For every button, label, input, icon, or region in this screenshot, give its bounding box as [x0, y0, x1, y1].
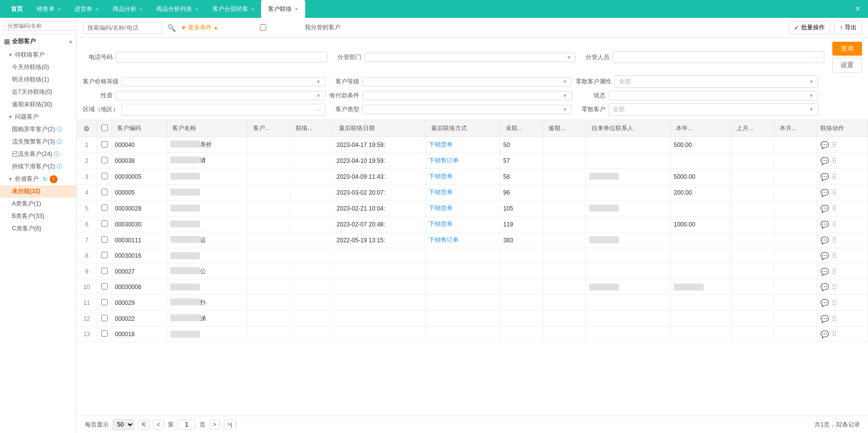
filter-dept-select[interactable]: ▼	[364, 53, 576, 62]
row-checkbox[interactable]	[101, 157, 108, 163]
filter-price-tier-select[interactable]: ▼	[122, 77, 326, 86]
cell-check[interactable]	[97, 327, 112, 342]
row-checkbox[interactable]	[101, 315, 108, 321]
reset-btn[interactable]: 设置	[832, 58, 862, 72]
chat-icon[interactable]: 💬	[820, 299, 829, 307]
last-page-btn[interactable]: >|	[224, 420, 236, 430]
cell-check[interactable]	[97, 153, 112, 169]
row-checkbox[interactable]	[101, 205, 108, 211]
search-input[interactable]	[83, 22, 162, 34]
cell-last-way[interactable]: 下销货单	[425, 137, 500, 153]
last-way-link[interactable]: 下销货单	[429, 173, 453, 180]
tab-analysis-list[interactable]: 商品分析列表 ×	[149, 0, 205, 18]
row-checkbox[interactable]	[101, 141, 108, 147]
row-checkbox[interactable]	[101, 236, 108, 243]
cell-check[interactable]	[97, 295, 112, 311]
sidebar-search-input[interactable]	[4, 21, 77, 31]
tab-home[interactable]: 首页	[4, 0, 30, 18]
grid-action-icon[interactable]: ⠿	[832, 268, 837, 276]
close-tab-customer-contact[interactable]: ×	[295, 6, 298, 12]
grid-action-icon[interactable]: ⠿	[832, 205, 837, 213]
grid-action-icon[interactable]: ⠿	[832, 315, 837, 323]
filter-payment-select[interactable]: ▼	[362, 91, 572, 100]
row-checkbox[interactable]	[101, 268, 108, 274]
cell-check[interactable]	[97, 216, 112, 232]
collapse-icon[interactable]: «	[69, 38, 72, 45]
col-this-year[interactable]: : 本年...	[670, 120, 731, 137]
close-tab-purchase[interactable]: ×	[95, 6, 98, 12]
last-way-link[interactable]: 下销货单	[429, 141, 453, 148]
col-overdue[interactable]: : 逾期...	[543, 120, 586, 137]
col-last-way[interactable]: : 最后联络方式	[425, 120, 500, 137]
cell-check[interactable]	[97, 201, 112, 216]
sidebar-item-declining[interactable]: 持续下滑客户(2) ⓘ	[0, 160, 76, 173]
sidebar-group-pending[interactable]: ▼ 待联络客户	[0, 49, 76, 61]
chat-icon[interactable]: 💬	[820, 173, 829, 181]
close-tab-sales[interactable]: ×	[58, 6, 61, 12]
last-way-link[interactable]: 下销货单	[429, 205, 453, 212]
last-way-link[interactable]: 下销货单	[429, 189, 453, 196]
row-checkbox[interactable]	[101, 189, 108, 195]
filter-scattered-select[interactable]: 全部 ▼	[608, 103, 818, 116]
cell-last-way[interactable]	[425, 248, 500, 264]
row-checkbox[interactable]	[101, 252, 108, 258]
cell-check[interactable]	[97, 264, 112, 280]
last-way-link[interactable]: 下销货单	[429, 220, 453, 227]
tab-sales[interactable]: 销售单 ×	[30, 0, 67, 18]
export-btn[interactable]: ↑ 导出	[834, 21, 862, 34]
chat-icon[interactable]: 💬	[820, 252, 829, 260]
page-input[interactable]	[178, 420, 196, 430]
chat-icon[interactable]: 💬	[820, 220, 829, 228]
manager-ellipsis[interactable]: ···	[814, 53, 820, 61]
grid-action-icon[interactable]: ⠿	[832, 252, 837, 260]
grid-action-icon[interactable]: ⠿	[832, 173, 837, 181]
cell-last-way[interactable]: 下销售订单	[425, 153, 500, 169]
chat-icon[interactable]: 💬	[820, 315, 829, 323]
filter-status-select[interactable]: ▼	[608, 91, 818, 100]
sidebar-item-today[interactable]: 今天待联络(0)	[0, 61, 76, 73]
cell-last-way[interactable]	[425, 327, 500, 342]
sidebar-all-customers[interactable]: ⊞ 全部客户 «	[0, 34, 76, 49]
cell-last-way[interactable]: 下销货单	[425, 201, 500, 216]
filter-nature-select[interactable]: ▼	[116, 91, 326, 100]
chat-icon[interactable]: 💬	[820, 141, 829, 149]
tab-purchase[interactable]: 进货单 ×	[67, 0, 105, 18]
first-page-btn[interactable]: K	[138, 420, 149, 430]
sidebar-item-7days[interactable]: 近7天待联络(0)	[0, 86, 76, 98]
sidebar-item-class-c[interactable]: C类客户(6)	[0, 222, 76, 235]
grid-action-icon[interactable]: ⠿	[832, 220, 837, 228]
cell-last-way[interactable]: 下销货单	[425, 185, 500, 201]
row-checkbox[interactable]	[101, 330, 108, 337]
tab-customer-tier[interactable]: 客户分层经客 ×	[205, 0, 261, 18]
close-tab-analysis[interactable]: ×	[139, 6, 142, 12]
cell-check[interactable]	[97, 169, 112, 185]
chat-icon[interactable]: 💬	[820, 189, 829, 197]
mine-checkbox[interactable]	[223, 24, 303, 31]
filter-scattered-attr-select[interactable]: 全部 ▼	[614, 75, 818, 88]
filter-customer-type-select[interactable]: ▼	[362, 105, 572, 114]
search-icon[interactable]: 🔍	[167, 24, 176, 32]
sidebar-item-abnormal[interactable]: 囤购异常客户(2) ⓘ	[0, 123, 76, 136]
col-last-month[interactable]: : 上月...	[731, 120, 774, 137]
grid-action-icon[interactable]: ⠿	[832, 157, 837, 165]
page-size-select[interactable]: 50	[113, 419, 134, 430]
sidebar-item-class-a[interactable]: A类客户(1)	[0, 198, 76, 210]
filter-region-select[interactable]: ···	[122, 104, 326, 116]
cell-last-way[interactable]: 下销售订单	[425, 232, 500, 248]
row-checkbox[interactable]	[101, 173, 108, 179]
chat-icon[interactable]: 💬	[820, 268, 829, 276]
grid-action-icon[interactable]: ⠿	[832, 330, 837, 338]
chat-icon[interactable]: 💬	[820, 236, 829, 244]
chat-icon[interactable]: 💬	[820, 205, 829, 213]
cell-check[interactable]	[97, 232, 112, 248]
cell-check[interactable]	[97, 280, 112, 295]
refresh-icon[interactable]: ↻	[43, 176, 48, 183]
col-no-contact[interactable]: : 未联...	[500, 120, 543, 137]
filter-customer-tier-select[interactable]: ▼	[362, 77, 572, 86]
select-all-checkbox[interactable]	[101, 125, 108, 131]
cell-last-way[interactable]	[425, 280, 500, 295]
col-last-date[interactable]: : 最后联络日期	[334, 120, 426, 137]
cell-last-way[interactable]	[425, 295, 500, 311]
cell-check[interactable]	[97, 185, 112, 201]
cell-check[interactable]	[97, 311, 112, 327]
